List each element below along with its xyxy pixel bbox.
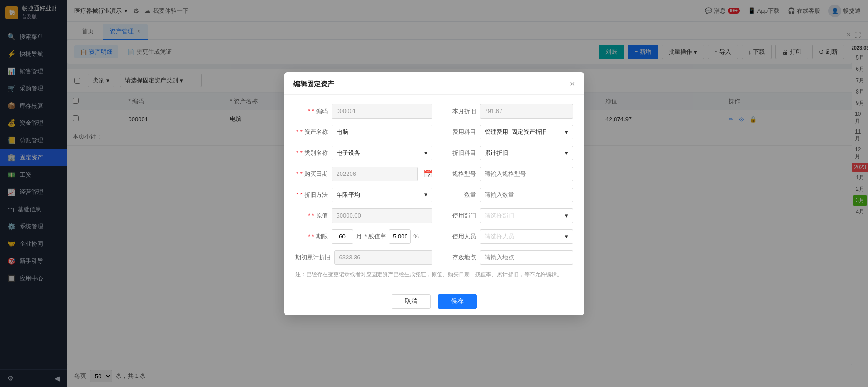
modal-overlay: 编辑固定资产 × * 编码 * 资产名称 [0,0,868,387]
orig-value-label: * 原值 [295,212,328,220]
edit-asset-modal: 编辑固定资产 × * 编码 * 资产名称 [284,72,584,315]
category-value: 电子设备 [337,149,360,157]
depr-method-label: * 折旧方法 [295,191,328,199]
field-spec: 规格型号 [443,167,573,181]
period-unit: 月 [356,233,362,241]
department-chevron: ▾ [565,212,568,219]
depr-acct-chevron: ▾ [565,149,568,156]
residual-rate-input[interactable] [389,229,411,244]
field-category: * 类别名称 电子设备 ▾ [295,146,432,160]
location-label: 存放地点 [443,253,476,262]
category-select-chevron: ▾ [424,149,427,156]
monthly-depr-input[interactable] [480,104,573,119]
department-select[interactable]: 请选择部门 ▾ [480,208,573,223]
purchase-date-label: * 购买日期 [295,170,328,178]
depr-acct-value: 累计折旧 [485,149,508,157]
save-button[interactable]: 保存 [438,294,477,309]
depr-acct-select[interactable]: 累计折旧 ▾ [480,146,573,160]
quantity-label: 数量 [443,191,476,199]
modal-body: * 编码 * 资产名称 * 类别名称 电子设备 ▾ [284,95,584,288]
field-monthly-depr: 本月折旧 [443,104,573,119]
category-label: * 类别名称 [295,149,328,157]
field-original-value: * 原值 [295,208,432,223]
depr-method-chevron: ▾ [424,191,427,198]
period-row: 月 * 残值率 % [332,229,419,244]
modal-footer: 取消 保存 [284,288,584,315]
modal-header: 编辑固定资产 × [284,72,584,95]
field-purchase-date: * 购买日期 📅 [295,167,432,181]
expense-acct-label: 费用科目 [443,128,476,136]
field-location: 存放地点 [443,250,573,265]
user-chevron: ▾ [565,233,568,240]
category-select[interactable]: 电子设备 ▾ [332,146,432,160]
modal-title: 编辑固定资产 [293,80,334,89]
name-label: * 资产名称 [295,128,328,136]
spec-input[interactable] [480,167,573,181]
period-label: * 期限 [295,233,328,241]
init-depr-input[interactable] [334,250,432,265]
form-left: * 编码 * 资产名称 * 类别名称 电子设备 ▾ [295,104,432,265]
field-expense-account: 费用科目 管理费用_固定资产折旧 ▾ [443,125,573,139]
depr-method-value: 年限平均 [337,191,360,199]
field-depreciation-method: * 折旧方法 年限平均 ▾ [295,188,432,202]
init-depr-label: 期初累计折旧 [295,253,331,262]
period-input[interactable] [332,229,353,244]
field-initial-depreciation: 期初累计折旧 [295,250,432,265]
location-input[interactable] [480,250,573,265]
field-quantity: 数量 [443,188,573,202]
residual-rate-label: * 残值率 [365,233,387,241]
modal-close-icon[interactable]: × [570,79,575,89]
code-label: * 编码 [295,107,328,115]
expense-acct-select[interactable]: 管理费用_固定资产折旧 ▾ [480,125,573,139]
code-input[interactable] [332,104,432,119]
department-placeholder: 请选择部门 [485,212,514,220]
user-select[interactable]: 请选择人员 ▾ [480,229,573,244]
field-period-residual: * 期限 月 * 残值率 % [295,229,432,244]
department-label: 使用部门 [443,212,476,220]
calendar-icon[interactable]: 📅 [423,169,432,178]
depr-method-select[interactable]: 年限平均 ▾ [332,188,432,202]
field-department: 使用部门 请选择部门 ▾ [443,208,573,223]
form-right: 本月折旧 费用科目 管理费用_固定资产折旧 ▾ 折旧科目 [443,104,573,265]
expense-acct-chevron: ▾ [565,129,568,135]
residual-rate-unit: % [413,233,419,240]
purchase-date-input[interactable] [332,167,418,181]
monthly-depr-label: 本月折旧 [443,107,476,115]
form-grid: * 编码 * 资产名称 * 类别名称 电子设备 ▾ [295,104,573,265]
spec-label: 规格型号 [443,170,476,178]
orig-value-input[interactable] [332,208,432,223]
field-name: * 资产名称 [295,125,432,139]
field-user: 使用人员 请选择人员 ▾ [443,229,573,244]
form-note: 注：已经存在变更记录或者对应固定资产已经生成凭证，原值、购买日期、残值率、累计折… [295,270,573,278]
depr-acct-label: 折旧科目 [443,149,476,157]
cancel-button[interactable]: 取消 [392,294,431,309]
expense-acct-value: 管理费用_固定资产折旧 [485,128,547,136]
field-code: * 编码 [295,104,432,119]
field-depr-account: 折旧科目 累计折旧 ▾ [443,146,573,160]
quantity-input[interactable] [480,188,573,202]
user-label: 使用人员 [443,233,476,241]
name-input[interactable] [332,125,432,139]
user-placeholder: 请选择人员 [485,233,514,241]
